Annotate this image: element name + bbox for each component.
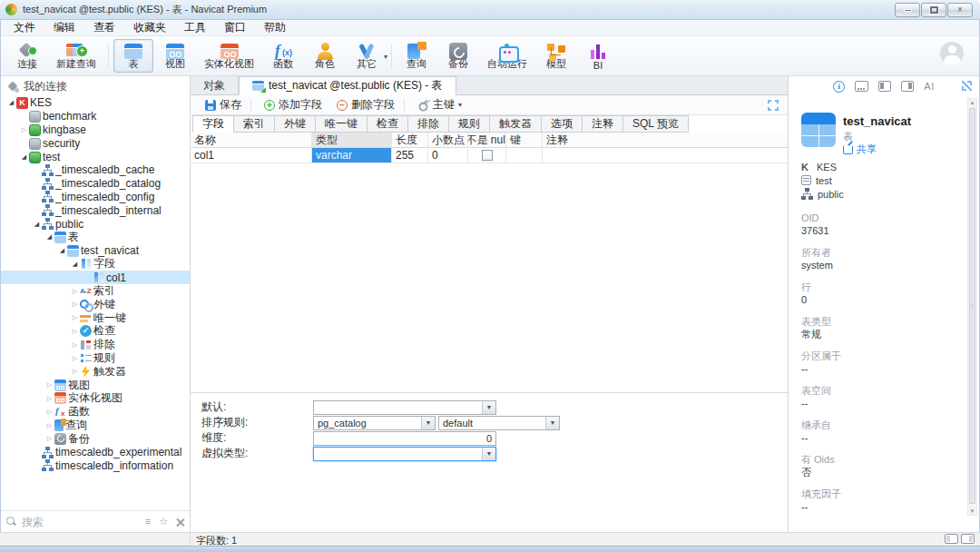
filter-icon[interactable]: ≡ (145, 517, 151, 527)
expand-arrow-icon[interactable]: ▷ (70, 314, 80, 321)
expand-arrow-icon[interactable]: ▷ (70, 288, 80, 295)
collapse-arrow-icon[interactable]: ◢ (32, 221, 42, 228)
subtab-6[interactable]: 排除 (407, 115, 449, 133)
expand-arrow-icon[interactable]: ▷ (44, 435, 54, 442)
toggle-right-panel-icon[interactable] (961, 534, 975, 544)
column-header[interactable]: 注释 (543, 133, 788, 148)
scroll-down-icon[interactable]: ▼ (968, 508, 976, 514)
tree-item[interactable]: _timescaledb_config (1, 191, 190, 204)
expand-arrow-icon[interactable]: ▷ (44, 409, 54, 416)
column-header[interactable]: 名称 (191, 133, 312, 148)
tree-item[interactable]: ◢KES (1, 96, 190, 110)
scroll-up-icon[interactable]: ▲ (968, 100, 976, 105)
toolbar-mview-button[interactable]: 实体化视图 (197, 39, 261, 73)
collation-select[interactable]: default ▼ (438, 416, 560, 430)
column-header[interactable]: 小数点 (428, 133, 468, 148)
user-avatar[interactable] (940, 42, 964, 65)
delete-field-button[interactable]: − 删除字段 (333, 97, 395, 113)
cell-decimals[interactable]: 0 (428, 148, 468, 163)
virtual-type-select[interactable]: ▼ (313, 447, 496, 461)
menu-item[interactable]: 收藏夹 (124, 20, 175, 35)
expand-arrow-icon[interactable]: ▷ (44, 422, 54, 429)
menu-item[interactable]: 编辑 (44, 20, 84, 35)
collapse-arrow-icon[interactable]: ◢ (44, 233, 54, 241)
subtab-8[interactable]: 触发器 (489, 115, 542, 133)
not-null-checkbox[interactable] (482, 150, 493, 161)
subtab-1[interactable]: 字段 (192, 115, 234, 133)
tree-item[interactable]: ▷检查 (1, 325, 190, 339)
expand-arrow-icon[interactable]: ▷ (70, 328, 80, 335)
subtab-4[interactable]: 唯一键 (315, 115, 368, 133)
expand-panel-icon[interactable] (962, 81, 972, 91)
tree-item[interactable]: ▷规则 (1, 351, 190, 365)
layout-left-icon[interactable] (878, 81, 891, 92)
expand-arrow-icon[interactable]: ▷ (70, 355, 80, 362)
menu-item[interactable]: 工具 (175, 20, 215, 35)
tree-item[interactable]: col1 (1, 271, 190, 284)
default-select[interactable]: ▼ (313, 400, 496, 415)
expand-arrow-icon[interactable]: ▷ (70, 368, 80, 375)
tree-item[interactable]: ▷备份 (1, 432, 190, 446)
tree-item[interactable]: ▷索引 (1, 284, 190, 298)
tree-item[interactable]: benchmark (1, 110, 190, 123)
minimize-icon[interactable] (895, 3, 920, 17)
dimension-input[interactable]: 0 (313, 431, 496, 446)
tree-item[interactable]: ▷查询 (1, 419, 190, 432)
expand-arrow-icon[interactable]: ▷ (19, 126, 29, 133)
expand-arrow-icon[interactable]: ▷ (44, 395, 54, 402)
subtab-9[interactable]: 选项 (541, 115, 583, 133)
tree-item[interactable]: ▷唯一键 (1, 311, 190, 325)
expand-arrow-icon[interactable]: ▷ (70, 341, 80, 349)
ai-icon[interactable] (924, 80, 934, 93)
tab-table-designer[interactable]: test_navicat @test.public (KES) - 表 (239, 76, 456, 95)
toolbar-backup-button[interactable]: 备份 (438, 39, 478, 73)
column-header[interactable]: 长度 (392, 133, 428, 148)
favorite-icon[interactable]: ☆ (159, 517, 168, 527)
cell-type[interactable]: varchar (312, 148, 392, 163)
cell-length[interactable]: 255 (392, 148, 428, 163)
subtab-5[interactable]: 检查 (367, 115, 408, 133)
search-input[interactable] (20, 515, 137, 529)
collation-schema-select[interactable]: pg_catalog ▼ (313, 416, 436, 430)
menu-item[interactable]: 帮助 (255, 20, 295, 35)
tree-item[interactable]: ▷视图 (1, 379, 190, 392)
expand-arrow-icon[interactable]: ▷ (44, 381, 54, 389)
tree-item[interactable]: ▷函数 (1, 405, 190, 419)
toolbar-bi-button[interactable]: BI (578, 39, 618, 73)
info-icon[interactable] (833, 81, 845, 93)
toolbar-view-button[interactable]: 视图 (155, 39, 195, 73)
tree-item[interactable]: _timescaledb_internal (1, 203, 190, 217)
toolbar-newquery-button[interactable]: 新建查询 (49, 39, 103, 73)
toolbar-automation-button[interactable]: 自动运行 (480, 39, 534, 73)
collapse-icon[interactable] (176, 518, 184, 526)
subtab-2[interactable]: 索引 (233, 115, 275, 133)
close-icon[interactable]: × (947, 3, 973, 17)
tree-item[interactable]: ▷触发器 (1, 365, 190, 379)
collapse-arrow-icon[interactable]: ◢ (6, 99, 16, 106)
expand-arrow-icon[interactable]: ▷ (70, 301, 80, 308)
toolbar-query-button[interactable]: 查询 (397, 39, 436, 73)
tree-item[interactable]: _timescaledb_cache (1, 163, 190, 177)
add-field-button[interactable]: + 添加字段 (260, 97, 322, 113)
tree-item[interactable]: timescaledb_information (1, 459, 190, 473)
column-header[interactable]: 类型 (312, 133, 392, 148)
column-header[interactable]: 键 (506, 133, 543, 148)
tree-item[interactable]: ◢表 (1, 231, 190, 244)
subtab-7[interactable]: 规则 (448, 115, 490, 133)
tree-item[interactable]: ▷排除 (1, 338, 190, 351)
menu-item[interactable]: 窗口 (215, 20, 255, 35)
tree-item[interactable]: ◢public (1, 217, 190, 231)
menu-item[interactable]: 文件 (5, 20, 44, 35)
tree-item[interactable]: security (1, 136, 190, 150)
subtab-3[interactable]: 外键 (274, 115, 316, 133)
cell-key[interactable] (506, 148, 543, 163)
horizontal-splitter[interactable] (191, 392, 788, 393)
share-link[interactable]: 共享 (843, 143, 877, 156)
toolbar-others-button[interactable]: ▾其它 (347, 39, 387, 73)
tree-item[interactable]: ◢字段 (1, 258, 190, 271)
tree-item[interactable]: ◢test (1, 150, 190, 163)
subtab-11[interactable]: SQL 预览 (622, 115, 689, 133)
toggle-left-panel-icon[interactable] (945, 534, 958, 544)
collapse-arrow-icon[interactable]: ◢ (19, 153, 29, 161)
toolbar-role-button[interactable]: 角色 (305, 39, 345, 73)
